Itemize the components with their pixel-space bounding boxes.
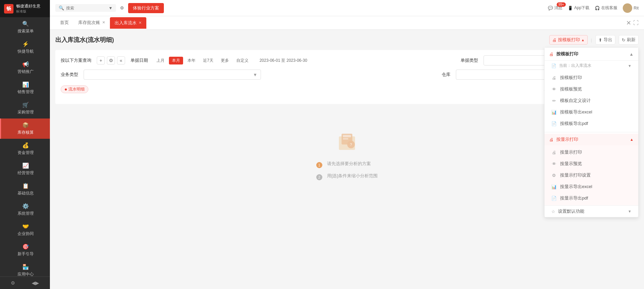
sidebar-item-collab[interactable]: 🤝 企业协同 [0,220,50,240]
more-btn[interactable]: 更多 [218,57,232,64]
warehouse-label: 仓库 [442,72,450,78]
pdf-icon-1: 📄 [551,121,557,126]
topbar-search-box[interactable]: 🔍 ▼ [55,4,116,12]
sidebar-nav: 🔍 搜索菜单 ⚡ 快捷导航 📢 营销推广 📊 销售管理 🛒 采购管理 📦 库存核… [0,17,50,277]
export-btn[interactable]: ⬆ 导出 [595,35,615,45]
last-month-btn[interactable]: 上月 [153,57,168,64]
sidebar-item-purchase[interactable]: 🛒 采购管理 [0,98,50,119]
business-type-label: 业务类型 [61,72,78,78]
add-filter-btn[interactable]: + [97,56,105,64]
this-month-btn[interactable]: 本月 [169,57,183,64]
sidebar-item-label: 新手引导 [18,251,34,257]
set-default-item[interactable]: ☆ 设置默认功能 ▼ [545,205,638,217]
business-type-select[interactable]: ▼ [84,70,261,80]
default-icon: ☆ [551,209,555,214]
active-filter-tag: ● 流水明细 [61,85,88,93]
tab-home-label: 首页 [60,20,69,26]
template-print-item[interactable]: 🖨 按模板打印 [545,72,638,83]
business-type-chevron: ▼ [253,72,257,77]
close-window-btn[interactable]: ✕ [626,19,631,27]
print-dropdown-title-area: 🖨 按模板打印 [549,51,578,57]
topbar: 🔍 ▼ ⚙ 体验行业方案 💬 消息 99+ 📱 App下载 🎧 在线客服 Rit [50,0,644,16]
hint-2-num: 2 [316,174,322,180]
sidebar-item-appcenter[interactable]: 🏪 应用中心 [0,260,50,277]
tab-flow[interactable]: 出入库流水 ✕ [110,17,146,29]
this-year-btn[interactable]: 本年 [184,57,199,64]
sidebar-item-sales[interactable]: 📊 销售管理 [0,78,50,98]
template-export-pdf-item[interactable]: 📄 按模板导出pdf [545,118,638,129]
display-print-settings-label: 按显示打印设置 [560,172,591,178]
date-quick-btns: 上月 本月 本年 近7天 更多 自定义 [153,57,252,64]
tab-bar: 首页 库存批次账 ✕ 出入库流水 ✕ ✕ ⛶ [50,16,644,30]
collapse-sidebar-btn[interactable]: ◀▶ [32,280,39,286]
preview-icon-2: 👁 [551,161,557,166]
display-preview-item[interactable]: 👁 按显示预览 [545,158,638,169]
topbar-settings-icon[interactable]: ⚙ [120,5,124,10]
sidebar-item-basic[interactable]: 📋 基础信息 [0,179,50,200]
sidebar-item-system[interactable]: ⚙️ 系统管理 [0,200,50,220]
tab-batch-close[interactable]: ✕ [102,20,105,25]
sidebar-item-search[interactable]: 🔍 搜索菜单 [0,17,50,37]
logo-icon: 畅 [4,4,13,14]
template-export-pdf-label: 按模板导出pdf [560,121,588,127]
page-title: 出入库流水(流水明细) [55,36,114,44]
refresh-btn[interactable]: ↻ 刷新 [619,35,639,45]
sidebar-item-finance[interactable]: 💰 资金管理 [0,139,50,159]
sidebar-item-quicknav[interactable]: ⚡ 快捷导航 [0,37,50,58]
template-preview-item[interactable]: 👁 按模板预览 [545,83,638,95]
last7-btn[interactable]: 近7天 [200,57,216,64]
hint-2: 2 用[选]条件来缩小分析范围 [316,173,378,182]
sidebar-item-inventory[interactable]: 📦 库存核算 [0,119,50,139]
current-icon: 📄 [551,63,556,68]
messages-btn[interactable]: 💬 消息 99+ [548,5,562,11]
maximize-window-btn[interactable]: ⛶ [633,20,639,26]
custom-btn[interactable]: 自定义 [233,57,252,64]
sidebar-item-label: 销售管理 [18,89,34,95]
tab-batch[interactable]: 库存批次账 ✕ [74,17,110,29]
topbar-right: 💬 消息 99+ 📱 App下载 🎧 在线客服 Rit [548,3,639,13]
date-field-label: 单据日期 [130,57,148,63]
user-avatar-area[interactable]: Rit [623,3,639,13]
search-icon: 🔍 [22,21,29,27]
template-custom-item[interactable]: ✏ 模板自定义设计 [545,95,638,106]
sidebar-item-marketing[interactable]: 📢 营销推广 [0,58,50,78]
template-export-excel-item[interactable]: 📊 按模板导出excel [545,106,638,118]
display-print-group[interactable]: 🖨 按显示打印 ▲ [545,134,638,145]
appcenter-icon: 🏪 [22,264,29,270]
tab-batch-label: 库存批次账 [78,20,100,26]
customer-service-label: 在线客服 [601,5,617,11]
logo-title: 畅捷通好生意 [16,3,40,9]
display-print-section: 🖨 按显示打印 👁 按显示预览 ⚙ 按显示打印设置 📊 [545,145,638,205]
sidebar: 畅 畅捷通好生意 标准版 🔍 搜索菜单 ⚡ 快捷导航 📢 营销推广 📊 销售管理… [0,0,50,289]
sidebar-item-guide[interactable]: 🎯 新手引导 [0,240,50,260]
display-export-excel-item[interactable]: 📊 按显示导出excel [545,181,638,192]
finance-icon: 💰 [22,142,29,149]
settings-bottom-btn[interactable]: ⚙ [11,280,15,286]
excel-icon-2: 📊 [551,184,557,189]
print-dropdown: 🖨 按模板打印 ▲ 📄 当前：出入库流水 ▼ [544,47,639,217]
sidebar-item-operation[interactable]: 📈 经营管理 [0,159,50,179]
filter-scheme-label: 按以下方案查询 [61,57,91,63]
display-export-excel-label: 按显示导出excel [560,184,592,190]
date-range-display: 2023-06-01 至 2023-06-30 [260,58,307,63]
hint-1: 1 请先选择要分析的方案 [316,161,371,169]
settings-filter-btn[interactable]: ⚙ [107,56,115,64]
headset-icon: 🎧 [595,6,600,10]
print-dropdown-title: 按模板打印 [556,51,578,57]
print-dropdown-header[interactable]: 🖨 按模板打印 ▲ [545,48,638,61]
print-template-btn[interactable]: 🖨 按模板打印 ▲ [549,35,588,45]
tab-home[interactable]: 首页 [55,17,74,29]
tab-flow-close[interactable]: ✕ [139,21,142,25]
customer-service-btn[interactable]: 🎧 在线客服 [595,5,617,11]
sidebar-item-label: 采购管理 [18,109,34,115]
display-print-item[interactable]: 🖨 按显示打印 [545,147,638,158]
trial-btn[interactable]: 体验行业方案 [128,3,164,13]
quicknav-icon: ⚡ [22,41,29,47]
display-export-pdf-item[interactable]: 📄 按显示导出pdf [545,192,638,204]
sidebar-item-label: 系统管理 [18,211,34,216]
display-print-settings-item[interactable]: ⚙ 按显示打印设置 [545,169,638,181]
app-download-btn[interactable]: 📱 App下载 [568,5,589,11]
search-dropdown-btn[interactable]: ▼ [109,6,113,10]
search-input[interactable] [66,6,107,10]
collapse-filter-btn[interactable]: « [117,56,125,64]
